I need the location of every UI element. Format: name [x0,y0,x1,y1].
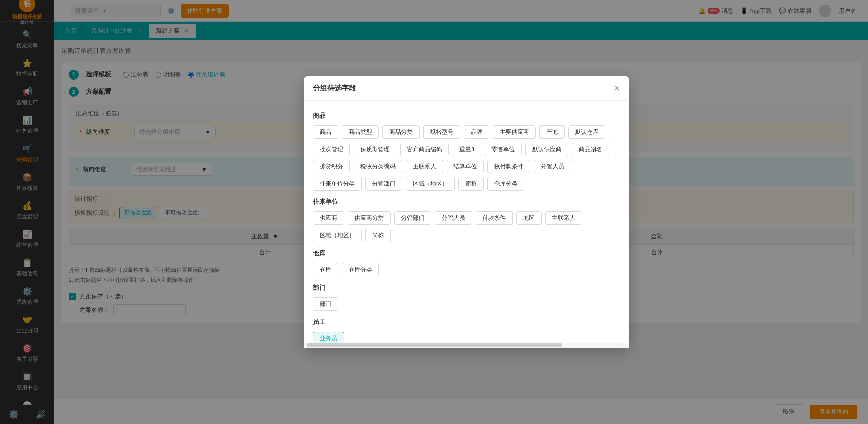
field-tag[interactable]: 客户商品编码 [400,143,449,156]
field-select-dialog: 分组待选字段 ✕ 商品商品商品类型商品分类规格型号品牌主要供应商产地默认仓库批次… [304,76,629,348]
field-tag[interactable]: 默认供应商 [525,143,568,156]
field-tag[interactable]: 重量3 [453,143,481,156]
section-title-部门: 部门 [313,284,620,292]
hscroll-thumb[interactable] [307,343,562,347]
field-tag[interactable]: 分管部门 [365,177,402,191]
field-tag[interactable]: 区域（地区） [406,177,455,191]
field-tag[interactable]: 规格型号 [423,125,460,139]
field-tag[interactable]: 产地 [539,125,565,139]
field-tag[interactable]: 税收分类编码 [354,160,402,173]
field-tag[interactable]: 主联系人 [406,160,443,173]
field-tag[interactable]: 付款条件 [476,211,513,225]
field-tag[interactable]: 供应商分类 [348,211,391,225]
field-tag[interactable]: 品牌 [464,125,489,139]
field-tag[interactable]: 商品类型 [342,125,379,139]
section-title-员工: 员工 [313,318,620,326]
section-title-仓库: 仓库 [313,249,620,257]
dialog-hscroll[interactable] [304,343,629,348]
field-tag[interactable]: 仓库分类 [487,177,524,191]
field-tag[interactable]: 主要供应商 [493,125,536,139]
dialog-title: 分组待选字段 [313,84,356,93]
field-tag[interactable]: 往来单位分类 [313,177,362,191]
field-tag[interactable]: 主联系人 [545,211,582,225]
field-tag[interactable]: 业务员 [313,332,344,343]
field-tag[interactable]: 保质期管理 [354,143,396,156]
field-tag[interactable]: 地区 [516,211,542,225]
field-tag[interactable]: 部门 [313,297,338,311]
field-tags-员工: 业务员 [313,332,620,343]
field-tags-商品: 商品商品类型商品分类规格型号品牌主要供应商产地默认仓库批次管理保质期管理客户商品… [313,125,620,191]
field-tag[interactable]: 零售单位 [485,143,522,156]
field-tag[interactable]: 简称 [458,177,484,191]
field-tag[interactable]: 分管人员 [435,211,472,225]
field-tags-部门: 部门 [313,297,620,311]
field-tag[interactable]: 商品别名 [572,143,609,156]
field-tag[interactable]: 区域（地区） [313,229,362,242]
field-tag[interactable]: 默认仓库 [568,125,605,139]
dialog-body[interactable]: 商品商品商品类型商品分类规格型号品牌主要供应商产地默认仓库批次管理保质期管理客户… [304,101,629,343]
field-tag[interactable]: 仓库分类 [342,263,379,276]
field-tag[interactable]: 收付款条件 [487,160,530,173]
field-tag[interactable]: 供应商 [313,211,344,225]
field-tag[interactable]: 仓库 [313,263,338,276]
field-tag[interactable]: 结算单位 [447,160,484,173]
field-tags-仓库: 仓库仓库分类 [313,263,620,276]
field-tag[interactable]: 分管人员 [534,160,571,173]
field-tags-往来单位: 供应商供应商分类分管部门分管人员付款条件地区主联系人区域（地区）简称 [313,211,620,242]
field-tag[interactable]: 拣货积分 [313,160,350,173]
field-tag[interactable]: 商品分类 [382,125,420,139]
section-title-商品: 商品 [313,112,620,120]
dialog-close-button[interactable]: ✕ [613,84,620,92]
field-tag[interactable]: 分管部门 [394,211,431,225]
field-tag[interactable]: 简称 [365,229,391,242]
section-title-往来单位: 往来单位 [313,198,620,206]
field-tag[interactable]: 批次管理 [313,143,350,156]
field-tag[interactable]: 商品 [313,125,338,139]
dialog-header: 分组待选字段 ✕ [304,76,629,101]
